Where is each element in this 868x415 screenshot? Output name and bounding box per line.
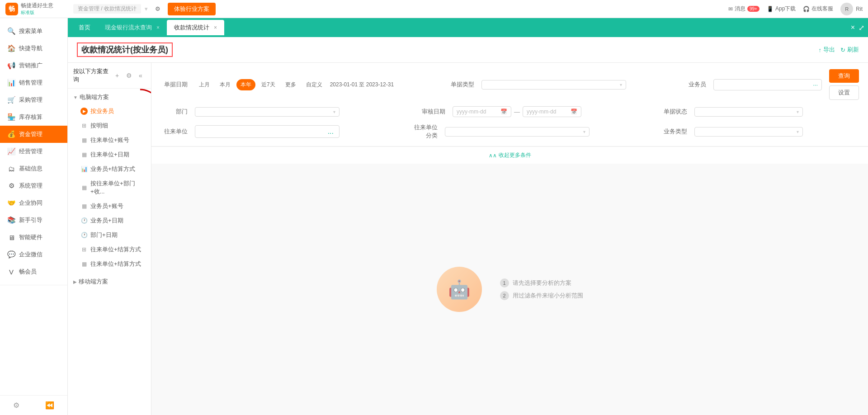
tab-window-maximize[interactable]: ⤢ xyxy=(859,24,864,32)
member-icon: V xyxy=(7,268,15,276)
trial-button[interactable]: 体验行业方案 xyxy=(168,3,216,15)
sidebar-item-operation[interactable]: 📈 经营管理 xyxy=(0,143,67,160)
tab-bank-flow-close[interactable]: × xyxy=(156,24,160,31)
sidebar-item-sales[interactable]: 📊 销售管理 xyxy=(0,74,67,91)
tip-item-2: 2 用过滤条件来缩小分析范围 xyxy=(500,291,583,300)
quicknav-icon: 🏠 xyxy=(7,44,15,52)
scheme-group-desktop: ▼ 电脑端方案 ▶ 按业务员 ⊞ 按明细 ▦ xyxy=(68,89,151,273)
scheme-group-desktop-header[interactable]: ▼ 电脑端方案 xyxy=(68,90,151,104)
settings-button[interactable]: 设置 xyxy=(829,85,859,100)
biz-type-arrow: ▾ xyxy=(797,129,799,134)
user-area[interactable]: R Rit xyxy=(840,3,863,15)
sidebar-item-quicknav[interactable]: 🏠 快捷导航 xyxy=(0,40,67,57)
tab-receipt-stats[interactable]: 收款情况统计 × xyxy=(167,20,224,35)
filter-section: 单据日期 上月 本月 本年 近7天 更多 自定义 2023-01-01 至 20… xyxy=(151,63,868,146)
dept-arrow: ▾ xyxy=(333,109,335,114)
partner-dots[interactable]: ... xyxy=(326,127,335,136)
settings-icon[interactable]: ⚙ xyxy=(151,3,164,15)
service-icon: 🎧 xyxy=(803,6,810,12)
date-btn-this-year[interactable]: 本年 xyxy=(236,79,255,90)
online-service-btn[interactable]: 🎧 在线客服 xyxy=(803,5,833,13)
date-range-display: 2023-01-01 至 2023-12-31 xyxy=(330,81,394,89)
tab-window-close[interactable]: × xyxy=(851,24,855,32)
doc-type-label: 单据类型 xyxy=(447,80,474,89)
sidebar-item-wechat[interactable]: 💬 企业微信 xyxy=(0,246,67,263)
sidebar-bottom-settings[interactable]: ⚙ xyxy=(11,399,21,411)
partner-category-select[interactable]: ▾ xyxy=(445,127,590,137)
date-btn-last-month[interactable]: 上月 xyxy=(195,79,214,90)
scheme-group-mobile-label: 移动端方案 xyxy=(79,278,108,286)
sidebar-finance-label: 资金管理 xyxy=(19,130,42,138)
tab-receipt-stats-close[interactable]: × xyxy=(214,24,217,31)
doc-status-select[interactable]: ▾ xyxy=(694,107,803,117)
scheme-item-salesperson-settlement[interactable]: 📊 业务员+结算方式 xyxy=(68,162,151,176)
doc-type-arrow: ▾ xyxy=(620,82,622,87)
audit-date-to[interactable]: yyyy-mm-dd 📅 xyxy=(523,106,581,117)
sidebar-hardware-label: 智能硬件 xyxy=(19,233,42,241)
scheme-item-partner-dept[interactable]: ▦ 按往来单位+部门+收... xyxy=(68,176,151,199)
date-btn-7days[interactable]: 近7天 xyxy=(257,79,279,90)
partner-account-icon: ▦ xyxy=(80,137,88,144)
sidebar-item-company[interactable]: 🤝 企业协同 xyxy=(0,194,67,212)
refresh-btn[interactable]: ↻ 刷新 xyxy=(840,46,859,54)
sidebar-item-inventory[interactable]: 🏪 库存核算 xyxy=(0,108,67,126)
partner-select[interactable]: ... xyxy=(195,125,340,138)
date-btn-this-month[interactable]: 本月 xyxy=(216,79,235,90)
scheme-item-partner-settle2[interactable]: ▦ 往来单位+结算方式 xyxy=(68,257,151,271)
biz-type-select[interactable]: ▾ xyxy=(694,127,803,137)
scheme-settings-btn[interactable]: ⚙ xyxy=(124,71,134,80)
salesperson-select[interactable]: ··· xyxy=(713,79,822,90)
scheme-item-dept-date[interactable]: 🕐 部门+日期 xyxy=(68,228,151,242)
export-btn[interactable]: ↑ 导出 xyxy=(819,46,835,54)
sidebar-item-system[interactable]: ⚙ 系统管理 xyxy=(0,177,67,194)
sidebar-wechat-label: 企业微信 xyxy=(19,250,42,259)
tip-text-2: 用过滤条件来缩小分析范围 xyxy=(513,292,583,300)
scheme-group-mobile-header[interactable]: ▶ 移动端方案 xyxy=(68,275,151,288)
tab-bar-right: × ⤢ xyxy=(851,24,864,32)
scheme-item-partner-settle1[interactable]: ⊞ 往来单位+结算方式 xyxy=(68,242,151,257)
sidebar-item-member[interactable]: V 畅会员 xyxy=(0,263,67,280)
audit-date-to-text: yyyy-mm-dd xyxy=(527,108,556,115)
sidebar-bottom-collapse[interactable]: ⏪ xyxy=(43,399,56,411)
operation-icon: 📈 xyxy=(7,147,15,156)
scheme-item-salesperson-date[interactable]: 🕐 业务员+日期 xyxy=(68,213,151,228)
sidebar-item-finance[interactable]: 💰 资金管理 xyxy=(0,126,67,143)
sidebar-item-basic[interactable]: 🗂 基础信息 xyxy=(0,160,67,177)
top-header: 畅 畅捷通好生意 标准版 资金管理 / 收款情况统计 ▾ ⚙ 体验行业方案 ✉ … xyxy=(0,0,868,18)
scheme-item-partner-account[interactable]: ▦ 往来单位+账号 xyxy=(68,133,151,147)
scheme-item-label-salesperson-settlement: 业务员+结算方式 xyxy=(90,165,135,173)
doc-type-select[interactable]: ▾ xyxy=(481,80,626,90)
salesperson-settlement-icon: 📊 xyxy=(80,165,88,173)
scheme-item-by-salesperson[interactable]: ▶ 按业务员 xyxy=(68,104,151,118)
salesperson-date-icon: 🕐 xyxy=(80,217,88,224)
dept-select[interactable]: ▾ xyxy=(195,107,340,117)
app-download-btn[interactable]: 📱 App下载 xyxy=(767,5,796,13)
export-icon: ↑ xyxy=(819,47,822,53)
breadcrumb-area: 资金管理 / 收款情况统计 ▾ ⚙ 体验行业方案 xyxy=(73,3,728,15)
scheme-add-btn[interactable]: + xyxy=(112,71,122,80)
collapse-bar[interactable]: ∧∧ 收起更多条件 xyxy=(151,146,868,164)
scheme-collapse-btn[interactable]: « xyxy=(136,71,146,80)
scheme-item-partner-date[interactable]: ▦ 往来单位+日期 xyxy=(68,147,151,162)
salesperson-label: 业务员 xyxy=(679,80,706,89)
sidebar-item-search[interactable]: 🔍 搜索菜单 xyxy=(0,23,67,40)
scheme-item-by-detail[interactable]: ⊞ 按明细 xyxy=(68,118,151,133)
tab-home[interactable]: 首页 xyxy=(71,20,98,35)
scheme-item-salesperson-account[interactable]: ▦ 业务员+账号 xyxy=(68,199,151,213)
filter-row-3: 往来单位 ... 往来单位分类 ▾ 业务类型 xyxy=(160,123,859,140)
system-icon: ⚙ xyxy=(7,182,15,190)
messages-btn[interactable]: ✉ 消息 99+ xyxy=(728,5,760,13)
query-button[interactable]: 查询 xyxy=(829,69,859,83)
date-btn-custom[interactable]: 自定义 xyxy=(302,79,326,90)
sidebar-item-guide[interactable]: 📚 新手引导 xyxy=(0,212,67,229)
tab-bank-flow[interactable]: 现金银行流水查询 × xyxy=(98,20,167,35)
sidebar-item-purchase[interactable]: 🛒 采购管理 xyxy=(0,91,67,108)
scheme-item-label-partner-account: 往来单位+账号 xyxy=(90,136,129,144)
username: Rit xyxy=(856,6,863,12)
audit-date-from[interactable]: yyyy-mm-dd 📅 xyxy=(453,106,511,117)
date-btn-more[interactable]: 更多 xyxy=(281,79,300,90)
sidebar-item-hardware[interactable]: 🖥 智能硬件 xyxy=(0,229,67,246)
partner-category-label: 往来单位分类 xyxy=(410,123,438,140)
partner-settle2-icon: ▦ xyxy=(80,260,88,268)
sidebar-item-marketing[interactable]: 📢 营销推广 xyxy=(0,57,67,74)
